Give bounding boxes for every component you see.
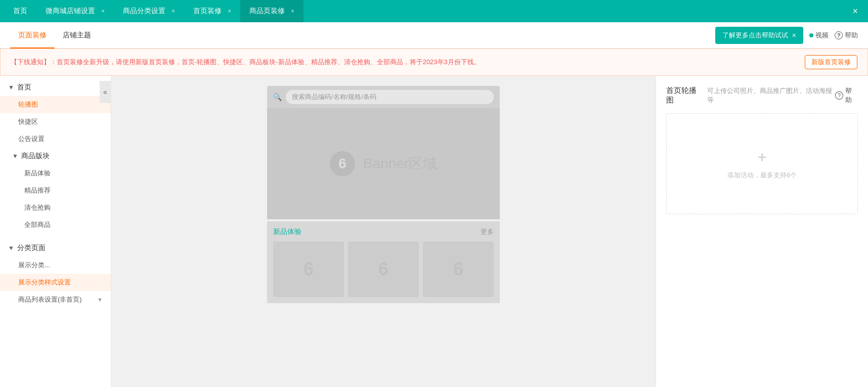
nav-home-label: 首页 xyxy=(13,7,27,16)
tab-page-decor[interactable]: 页面装修 xyxy=(10,22,55,49)
new-version-button[interactable]: 新版首页装修 xyxy=(805,55,857,69)
product-section-header: 新品体验 更多 xyxy=(273,227,494,236)
help-label: 帮助 xyxy=(845,31,858,40)
nav-home-decor[interactable]: 首页装修 × xyxy=(184,0,240,22)
sidebar-item-featured-label: 精品推荐 xyxy=(24,186,51,194)
help-circle-icon: ? xyxy=(835,31,843,39)
tab-page-decor-label: 页面装修 xyxy=(18,31,47,40)
sidebar-item-carousel-label: 轮播图 xyxy=(18,101,38,108)
sidebar-item-notice[interactable]: 公告设置 xyxy=(0,130,111,148)
sidebar-item-show-category[interactable]: 展示分类... xyxy=(0,257,111,274)
nav-category-settings-label: 商品分类设置 xyxy=(123,7,165,16)
video-button[interactable]: 视频 xyxy=(809,31,829,40)
phone-preview: 🔍 搜索商品编码/名称/规格/条码 6 Banner区域 新品体验 更多 xyxy=(267,86,500,378)
sidebar-item-shortcut-label: 快捷区 xyxy=(18,118,38,125)
help-circle-icon-2: ? xyxy=(835,91,843,100)
phone-search-bar: 🔍 搜索商品编码/名称/规格/条码 xyxy=(267,86,500,108)
banner-b-icon: 6 xyxy=(330,151,355,176)
right-panel-subtitle: 可上传公司照片、商品推广图片、活动海报等 xyxy=(707,86,835,105)
sidebar-item-new-experience-label: 新品体验 xyxy=(24,169,51,177)
right-panel-help-label: 帮助 xyxy=(845,86,858,105)
nav-store-settings[interactable]: 微商城店铺设置 × xyxy=(36,0,114,22)
nav-home[interactable]: 首页 xyxy=(4,0,36,22)
sidebar-item-carousel[interactable]: 轮播图 xyxy=(0,96,111,113)
chevron-down-icon: ▼ xyxy=(97,297,103,303)
product-card-3: 6 xyxy=(423,241,494,297)
nav-product-decor-close[interactable]: × xyxy=(291,8,294,15)
top-nav: 首页 微商城店铺设置 × 商品分类设置 × 首页装修 × 商品页装修 × × xyxy=(0,0,868,22)
add-image-label: 添加活动，最多支持6个 xyxy=(727,171,797,180)
sidebar-item-featured[interactable]: 精品推荐 xyxy=(0,182,111,199)
product-section: 新品体验 更多 6 6 6 xyxy=(267,221,500,303)
nav-store-settings-label: 微商城店铺设置 xyxy=(46,7,95,16)
nav-home-decor-close[interactable]: × xyxy=(228,8,231,15)
sub-tabs: 页面装修 店铺主题 了解更多点击帮助试试 × 视频 ? 帮助 xyxy=(0,22,868,49)
nav-category-settings-close[interactable]: × xyxy=(171,8,175,15)
nav-store-settings-close[interactable]: × xyxy=(101,8,105,15)
product-card-1: 6 xyxy=(273,241,344,297)
center-preview: 🔍 搜索商品编码/名称/规格/条码 6 Banner区域 新品体验 更多 xyxy=(111,76,656,387)
sidebar-item-clearance[interactable]: 清仓抢购 xyxy=(0,199,111,216)
help-banner-text: 了解更多点击帮助试试 xyxy=(722,31,788,40)
banner-area[interactable]: 6 Banner区域 xyxy=(267,108,500,219)
sidebar-item-all-products[interactable]: 全部商品 xyxy=(0,216,111,233)
right-panel-help-button[interactable]: ? 帮助 xyxy=(835,86,858,105)
sidebar-item-category-style[interactable]: 展示分类样式设置 xyxy=(0,274,111,291)
sidebar-group-home-label: 首页 xyxy=(17,83,31,92)
search-icon: 🔍 xyxy=(273,93,282,101)
sidebar-group-category[interactable]: ▼ 分类页面 xyxy=(0,239,111,257)
sidebar: « ▼ 首页 轮播图 快捷区 公告设置 ▼ 商品版块 新品体验 xyxy=(0,76,111,387)
right-panel: 首页轮播图 可上传公司照片、商品推广图片、活动海报等 ? 帮助 + 添加活动，最… xyxy=(656,76,868,387)
sidebar-item-product-list-label: 商品列表设置(非首页) xyxy=(18,295,82,304)
product-section-title: 新品体验 xyxy=(273,227,301,236)
sidebar-item-clearance-label: 清仓抢购 xyxy=(24,204,51,211)
add-image-area[interactable]: + 添加活动，最多支持6个 xyxy=(666,113,858,214)
sidebar-group-home[interactable]: ▼ 首页 xyxy=(0,79,111,96)
right-panel-title: 首页轮播图 xyxy=(666,86,703,105)
help-button[interactable]: ? 帮助 xyxy=(835,31,858,40)
arrow-down-icon-2: ▼ xyxy=(12,153,18,160)
product-section-more[interactable]: 更多 xyxy=(481,227,494,236)
global-close-button[interactable]: × xyxy=(846,6,864,17)
sidebar-group-category-label: 分类页面 xyxy=(17,244,46,253)
sidebar-section-home: ▼ 首页 轮播图 快捷区 公告设置 ▼ 商品版块 新品体验 精品推荐 xyxy=(0,76,111,236)
banner-text-label: Banner区域 xyxy=(363,154,437,173)
sidebar-item-notice-label: 公告设置 xyxy=(18,135,45,142)
sidebar-group-product-block-label: 商品版块 xyxy=(21,152,50,161)
banner-logo: 6 Banner区域 xyxy=(330,151,437,176)
product-card-2: 6 xyxy=(348,241,419,297)
nav-home-decor-label: 首页装修 xyxy=(193,7,222,16)
video-label: 视频 xyxy=(815,31,829,40)
search-input-preview: 搜索商品编码/名称/规格/条码 xyxy=(286,90,494,104)
nav-product-decor-label: 商品页装修 xyxy=(249,7,285,16)
arrow-down-icon: ▼ xyxy=(8,84,14,91)
notice-text: 【下线通知】：首页装修全新升级，请使用新版首页装修，首页-轮播图、快捷区、商品板… xyxy=(11,57,799,67)
sidebar-collapse-button[interactable]: « xyxy=(100,81,111,103)
tab-store-theme[interactable]: 店铺主题 xyxy=(55,22,99,49)
tab-store-theme-label: 店铺主题 xyxy=(63,31,91,40)
right-panel-header: 首页轮播图 可上传公司照片、商品推广图片、活动海报等 ? 帮助 xyxy=(666,86,858,105)
sidebar-item-all-products-label: 全部商品 xyxy=(24,221,51,228)
search-placeholder: 搜索商品编码/名称/规格/条码 xyxy=(292,93,376,101)
arrow-down-icon-3: ▼ xyxy=(8,245,14,252)
collapse-icon: « xyxy=(103,88,107,96)
sidebar-item-show-category-label: 展示分类... xyxy=(18,261,50,269)
nav-product-decor[interactable]: 商品页装修 × xyxy=(240,0,303,22)
product-grid: 6 6 6 xyxy=(273,241,494,297)
sidebar-item-new-experience[interactable]: 新品体验 xyxy=(0,165,111,182)
help-banner-close[interactable]: × xyxy=(792,31,796,39)
video-dot-icon xyxy=(809,33,813,37)
notice-bar: 【下线通知】：首页装修全新升级，请使用新版首页装修，首页-轮播图、快捷区、商品板… xyxy=(0,49,868,76)
sidebar-group-product-block[interactable]: ▼ 商品版块 xyxy=(0,148,111,165)
main-area: « ▼ 首页 轮播图 快捷区 公告设置 ▼ 商品版块 新品体验 xyxy=(0,76,868,387)
sidebar-item-category-style-label: 展示分类样式设置 xyxy=(18,278,71,286)
sidebar-item-product-list[interactable]: 商品列表设置(非首页) ▼ xyxy=(0,291,111,308)
plus-icon: + xyxy=(757,148,767,167)
sidebar-item-shortcut[interactable]: 快捷区 xyxy=(0,113,111,130)
help-banner[interactable]: 了解更多点击帮助试试 × xyxy=(715,27,803,44)
sidebar-section-category: ▼ 分类页面 展示分类... 展示分类样式设置 商品列表设置(非首页) ▼ xyxy=(0,236,111,311)
nav-category-settings[interactable]: 商品分类设置 × xyxy=(114,0,184,22)
